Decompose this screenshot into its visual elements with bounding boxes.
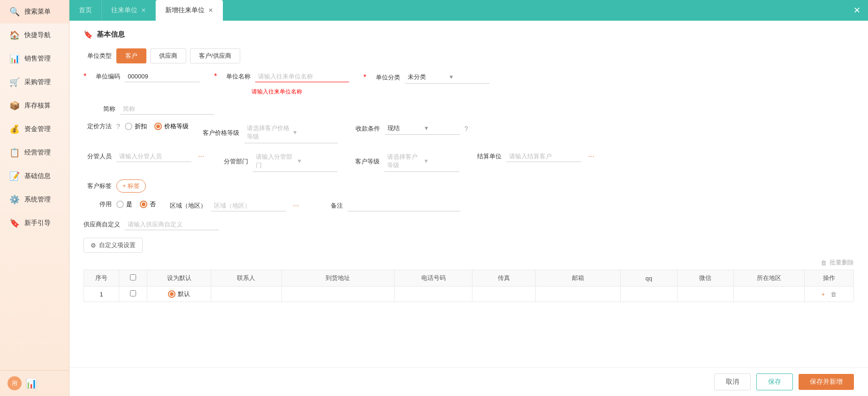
sidebar-item-quick-nav[interactable]: 🏠 快捷导航 bbox=[0, 23, 69, 47]
unit-code-input[interactable] bbox=[125, 71, 200, 82]
unit-btn-supplier[interactable]: 供应商 bbox=[150, 48, 186, 63]
sidebar-item-label: 经营管理 bbox=[24, 148, 51, 157]
sidebar-item-guide[interactable]: 🔖 新手引导 bbox=[0, 211, 69, 235]
abbreviation-label: 简称 bbox=[87, 105, 115, 113]
row-default-cell: 默认 bbox=[147, 287, 211, 302]
sidebar-item-finance[interactable]: 💰 资金管理 bbox=[0, 117, 69, 141]
customer-price-level-label: 客户价格等级 bbox=[203, 129, 239, 137]
sidebar-item-basic-info[interactable]: 📝 基础信息 bbox=[0, 164, 69, 188]
unit-btn-both[interactable]: 客户/供应商 bbox=[190, 48, 240, 63]
content-area: 🔖 基本信息 单位类型 客户 供应商 客户/供应商 * 单位编码 bbox=[69, 21, 868, 367]
system-icon: ⚙️ bbox=[9, 194, 20, 205]
abbreviation-input[interactable] bbox=[120, 103, 214, 115]
code-name-category-row: * 单位编码 * 单位名称 请输入往来单位名称 * 单位分类 未分类 bbox=[84, 71, 854, 96]
sidebar-bottom-icon: 📊 bbox=[25, 378, 37, 389]
close-all-button[interactable]: ✕ bbox=[846, 5, 868, 16]
tab-partner[interactable]: 往来单位 ✕ bbox=[102, 0, 156, 21]
remark-input[interactable] bbox=[348, 200, 460, 211]
cancel-button[interactable]: 取消 bbox=[714, 373, 751, 390]
unit-code-required: * bbox=[84, 72, 86, 81]
disable-no-radio[interactable]: 否 bbox=[140, 200, 156, 209]
table-header-row: 序号 设为默认 联系人 到货地址 电话号码 传真 邮箱 qq 微信 所在地区 操… bbox=[84, 270, 854, 287]
sidebar-item-inventory[interactable]: 📦 库存核算 bbox=[0, 94, 69, 117]
unit-btn-customer[interactable]: 客户 bbox=[116, 48, 146, 63]
payment-terms-value: 现结 bbox=[388, 124, 421, 132]
remark-label: 备注 bbox=[315, 202, 343, 210]
row-phone bbox=[395, 287, 472, 302]
purchase-icon: 🛒 bbox=[9, 77, 20, 87]
row-action: + 🗑 bbox=[804, 287, 853, 302]
unit-name-input[interactable] bbox=[255, 71, 349, 82]
tab-bar: 首页 往来单位 ✕ 新增往来单位 ✕ ✕ bbox=[69, 0, 868, 21]
tab-new-partner-label: 新增往来单位 bbox=[165, 6, 205, 15]
department-select[interactable]: 请输入分管部门 ▼ bbox=[253, 151, 337, 172]
abbreviation-group: 简称 bbox=[84, 103, 214, 115]
save-new-button[interactable]: 保存并新增 bbox=[799, 374, 854, 390]
th-checkbox bbox=[119, 270, 147, 287]
unit-category-required: * bbox=[363, 73, 366, 82]
sidebar-item-operation[interactable]: 📋 经营管理 bbox=[0, 141, 69, 164]
unit-category-select[interactable]: 未分类 ▼ bbox=[405, 71, 489, 84]
sidebar-item-system[interactable]: ⚙️ 系统管理 bbox=[0, 188, 69, 211]
tab-partner-close[interactable]: ✕ bbox=[141, 7, 146, 14]
row-checkbox[interactable] bbox=[130, 290, 136, 296]
unit-category-label: 单位分类 bbox=[372, 73, 400, 82]
sidebar-item-purchase[interactable]: 🛒 采购管理 bbox=[0, 70, 69, 94]
settlement-input[interactable] bbox=[506, 151, 581, 162]
settlement-dots-button[interactable]: ··· bbox=[586, 152, 596, 161]
guide-icon: 🔖 bbox=[9, 218, 20, 228]
supplier-custom-input[interactable] bbox=[125, 219, 219, 230]
payment-terms-select[interactable]: 现结 ▼ bbox=[385, 122, 460, 135]
tab-partner-label: 往来单位 bbox=[111, 6, 137, 15]
row-fax bbox=[472, 287, 535, 302]
row-add-button[interactable]: + bbox=[822, 291, 825, 298]
select-all-checkbox[interactable] bbox=[130, 274, 136, 280]
tab-new-partner-close[interactable]: ✕ bbox=[208, 7, 213, 14]
tab-new-partner[interactable]: 新增往来单位 ✕ bbox=[156, 0, 223, 21]
th-region: 所在地区 bbox=[734, 270, 805, 287]
row-qq bbox=[621, 287, 677, 302]
manager-dots-button[interactable]: ··· bbox=[196, 152, 206, 161]
disable-region-remark-row: 停用 是 否 区域（地区） ··· 备注 bbox=[84, 200, 854, 211]
sidebar-item-label: 资金管理 bbox=[24, 125, 51, 133]
pricing-level-radio[interactable]: 价格等级 bbox=[154, 122, 189, 131]
section-basic-info: 🔖 基本信息 bbox=[84, 30, 854, 39]
th-fax: 传真 bbox=[472, 270, 535, 287]
price-level-label: 价格等级 bbox=[164, 122, 189, 131]
disable-no-label: 否 bbox=[150, 200, 156, 209]
pricing-discount-radio[interactable]: 折扣 bbox=[125, 122, 147, 131]
pricing-help-icon[interactable]: ? bbox=[116, 123, 120, 130]
row-delete-button[interactable]: 🗑 bbox=[830, 291, 837, 298]
unit-type-label: 单位类型 bbox=[84, 52, 112, 60]
sales-icon: 📊 bbox=[9, 54, 20, 64]
home-icon: 🏠 bbox=[9, 30, 20, 40]
customer-level-select[interactable]: 请选择客户等级 ▼ bbox=[384, 151, 459, 172]
manager-input[interactable] bbox=[116, 151, 191, 162]
sidebar-item-sales[interactable]: 📊 销售管理 bbox=[0, 47, 69, 70]
batch-delete-label[interactable]: 批量删除 bbox=[830, 258, 854, 267]
region-input[interactable] bbox=[211, 200, 286, 211]
department-group: 分管部门 请输入分管部门 ▼ bbox=[220, 151, 337, 172]
sidebar-item-label: 库存核算 bbox=[24, 101, 51, 110]
supplier-custom-group: 供应商自定义 bbox=[84, 219, 219, 230]
settings-icon: ⚙ bbox=[91, 242, 96, 249]
main-area: 首页 往来单位 ✕ 新增往来单位 ✕ ✕ 🔖 基本信息 单位类型 客户 供应商 … bbox=[69, 0, 868, 396]
row-index: 1 bbox=[84, 287, 119, 302]
disable-yes-radio[interactable]: 是 bbox=[116, 200, 132, 209]
disable-label: 停用 bbox=[84, 200, 112, 209]
tab-home[interactable]: 首页 bbox=[69, 0, 102, 21]
customer-price-level-select[interactable]: 请选择客户价格等级 ▼ bbox=[244, 122, 338, 143]
unit-name-label: 单位名称 bbox=[222, 72, 251, 81]
custom-settings-button[interactable]: ⚙ 自定义项设置 bbox=[84, 238, 143, 253]
save-button[interactable]: 保存 bbox=[756, 373, 793, 390]
row-default-radio[interactable]: 默认 bbox=[168, 290, 190, 298]
tag-add-button[interactable]: + 标签 bbox=[116, 179, 146, 193]
unit-type-row: 单位类型 客户 供应商 客户/供应商 bbox=[84, 48, 854, 63]
unit-code-group: * 单位编码 bbox=[84, 71, 200, 82]
region-dots-button[interactable]: ··· bbox=[291, 202, 301, 210]
unit-type-buttons: 客户 供应商 客户/供应商 bbox=[116, 48, 240, 63]
sidebar-item-label: 系统管理 bbox=[24, 195, 51, 204]
disable-radio-group: 是 否 bbox=[116, 200, 156, 209]
sidebar-item-search[interactable]: 🔍 搜索菜单 bbox=[0, 0, 69, 23]
payment-help-icon[interactable]: ? bbox=[464, 125, 468, 132]
